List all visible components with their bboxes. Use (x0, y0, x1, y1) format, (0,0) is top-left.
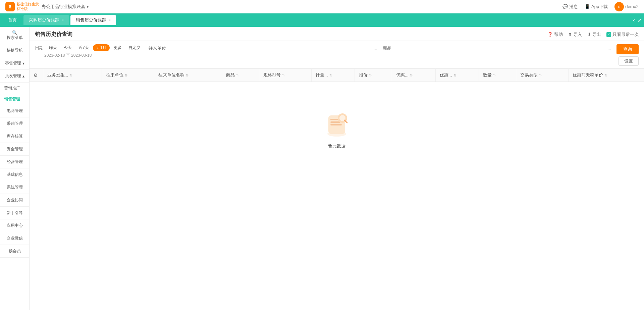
main-layout: 🔍 搜索菜单 快捷导航 零售管理 ▾ 批发管理 ▴ 营销推广 销售管理 电商管理 (0, 27, 644, 310)
col-gear: ⚙ (30, 69, 43, 82)
product-input[interactable] (394, 44, 605, 52)
sidebar-item-wholesale[interactable]: 批发管理 ▴ (0, 70, 29, 83)
sidebar-item-enterprise-wechat[interactable]: 企业微信 (0, 232, 29, 245)
date-1month-btn[interactable]: 近1月 (93, 44, 110, 51)
fullscreen-icon[interactable]: ⤢ (638, 18, 641, 23)
setting-button[interactable]: 设置 (619, 56, 639, 66)
sort-icon-partner-name[interactable]: ⇅ (186, 73, 189, 77)
product-dots: ... (607, 46, 611, 51)
tab-sales-history[interactable]: 销售历史价跟踪 × (70, 15, 116, 25)
col-qty: 数量 ⇅ (479, 69, 516, 82)
help-icon: ❓ (547, 32, 553, 37)
export-icon: ⬇ (587, 32, 591, 37)
product-filter-group: 商品 ... (383, 44, 611, 52)
empty-state: 暂元数据 (30, 82, 644, 176)
chevron-up-icon: ▴ (22, 74, 24, 79)
filter-area: 日期 昨天 今天 近7天 近1月 更多 自定义 2023-02-18 至 202… (30, 41, 644, 69)
sidebar-item-basic-info[interactable]: 基础信息 (0, 168, 29, 181)
col-trade-type: 交易类型 ⇅ (516, 69, 568, 82)
empty-text: 暂元数据 (328, 143, 345, 149)
import-icon: ⬆ (568, 32, 572, 37)
only-last-checkbox[interactable]: ✓ 只看最后一次 (606, 32, 639, 38)
date-range-display: 2023-02-18 至 2023-03-18 (35, 53, 143, 58)
col-price-notax: 优惠前无税单价 ⇅ (569, 69, 644, 82)
sort-icon-partner-code[interactable]: ⇅ (125, 73, 127, 77)
industry-selector[interactable]: 办公用品行业模拟账套 ▾ (42, 4, 89, 10)
filter-buttons: 查询 设置 (616, 44, 639, 66)
sidebar-sub-marketing[interactable]: 营销推广 (0, 83, 29, 94)
sort-icon-biz-date[interactable]: ⇅ (69, 73, 72, 77)
app-download-button[interactable]: 📱 App下载 (585, 4, 608, 10)
top-bar-left: 6 畅捷信好生意 标准版 办公用品行业模拟账套 ▾ (5, 2, 89, 11)
import-button[interactable]: ⬆ 导入 (568, 32, 582, 38)
tab-close-sales[interactable]: × (108, 18, 111, 22)
sort-icon-product[interactable]: ⇅ (236, 73, 239, 77)
sort-icon-price-notax[interactable]: ⇅ (604, 73, 607, 77)
col-spec: 规格型号 ⇅ (259, 69, 311, 82)
sidebar-item-inventory[interactable]: 库存核算 (0, 130, 29, 143)
sidebar-item-system[interactable]: 系统管理 (0, 181, 29, 194)
query-button[interactable]: 查询 (616, 44, 639, 54)
empty-row: 暂元数据 (30, 82, 644, 176)
col-discount1: 优惠... ⇅ (392, 69, 436, 82)
sidebar-item-new-guide[interactable]: 新手引导 (0, 207, 29, 219)
date-yesterday-btn[interactable]: 昨天 (46, 44, 60, 51)
sort-icon-trade-type[interactable]: ⇅ (539, 73, 542, 77)
sidebar-item-operations[interactable]: 经营管理 (0, 156, 29, 168)
page-title: 销售历史价查询 (35, 31, 72, 38)
sort-icon-unit[interactable]: ⇅ (329, 73, 332, 77)
logo-text: 畅捷信好生意 标准版 (17, 2, 39, 11)
sidebar: 🔍 搜索菜单 快捷导航 零售管理 ▾ 批发管理 ▴ 营销推广 销售管理 电商管理 (0, 27, 30, 310)
col-discount2: 优惠... ⇅ (435, 69, 479, 82)
close-window-icon[interactable]: × (632, 18, 635, 23)
date-custom-btn[interactable]: 自定义 (126, 44, 143, 51)
partner-filter-group: 往来单位 ... (149, 44, 377, 52)
logo-area: 6 畅捷信好生意 标准版 (5, 2, 39, 11)
export-button[interactable]: ⬇ 导出 (587, 32, 601, 38)
date-today-btn[interactable]: 今天 (61, 44, 74, 51)
top-bar: 6 畅捷信好生意 标准版 办公用品行业模拟账套 ▾ 💬 消息 📱 App下载 d… (0, 0, 644, 13)
date-7days-btn[interactable]: 近7天 (76, 44, 92, 51)
col-partner-name: 往来单位名称 ⇅ (154, 69, 222, 82)
gear-icon[interactable]: ⚙ (34, 72, 38, 78)
page-header: 销售历史价查询 ❓ 帮助 ⬆ 导入 ⬇ 导出 ✓ 只看最后一次 (30, 27, 644, 41)
sidebar-sub-sales[interactable]: 销售管理 (0, 94, 29, 105)
sidebar-item-ecommerce[interactable]: 电商管理 (0, 105, 29, 117)
message-button[interactable]: 💬 消息 (562, 4, 578, 10)
tab-home[interactable]: 首页 (3, 15, 22, 25)
sidebar-item-search[interactable]: 🔍 搜索菜单 (0, 27, 29, 44)
col-quote: 报价 ⇅ (355, 69, 392, 82)
sidebar-item-vip[interactable]: 畅会员 (0, 245, 29, 258)
sidebar-item-enterprise-collab[interactable]: 企业协同 (0, 194, 29, 207)
help-button[interactable]: ❓ 帮助 (547, 32, 563, 38)
table-header-row: ⚙ 业务发生... ⇅ 往来单位 ⇅ (30, 69, 644, 82)
date-more-btn[interactable]: 更多 (111, 44, 124, 51)
sidebar-item-quicknav[interactable]: 快捷导航 (0, 44, 29, 57)
sort-icon-discount1[interactable]: ⇅ (410, 73, 413, 77)
tab-bar: 首页 采购历史价跟踪 × 销售历史价跟踪 × × ⤢ (0, 13, 644, 27)
top-bar-right: 💬 消息 📱 App下载 d demo2 (562, 2, 639, 11)
tab-purchase-history[interactable]: 采购历史价跟踪 × (23, 15, 69, 25)
date-buttons: 昨天 今天 近7天 近1月 更多 自定义 (46, 44, 143, 51)
tab-close-purchase[interactable]: × (61, 18, 64, 22)
avatar: d (614, 2, 624, 11)
logo-icon: 6 (5, 2, 15, 11)
sidebar-item-capital[interactable]: 资金管理 (0, 143, 29, 156)
sidebar-item-purchase[interactable]: 采购管理 (0, 117, 29, 130)
svg-rect-4 (330, 124, 342, 125)
sort-icon-quote[interactable]: ⇅ (369, 73, 372, 77)
sort-icon-qty[interactable]: ⇅ (493, 73, 496, 77)
user-profile[interactable]: d demo2 (614, 2, 639, 11)
checkbox-icon: ✓ (606, 32, 611, 37)
sidebar-item-retail[interactable]: 零售管理 ▾ (0, 57, 29, 70)
product-label: 商品 (383, 45, 391, 51)
chevron-down-icon: ▾ (22, 61, 24, 66)
partner-input[interactable] (169, 44, 371, 52)
chevron-down-icon: ▾ (87, 4, 89, 9)
sidebar-item-app-center[interactable]: 应用中心 (0, 219, 29, 232)
search-icon: 🔍 (1, 30, 28, 35)
sort-icon-spec[interactable]: ⇅ (282, 73, 285, 77)
message-icon: 💬 (562, 4, 568, 9)
sort-icon-discount2[interactable]: ⇅ (453, 73, 456, 77)
col-product: 商品 ⇅ (222, 69, 259, 82)
